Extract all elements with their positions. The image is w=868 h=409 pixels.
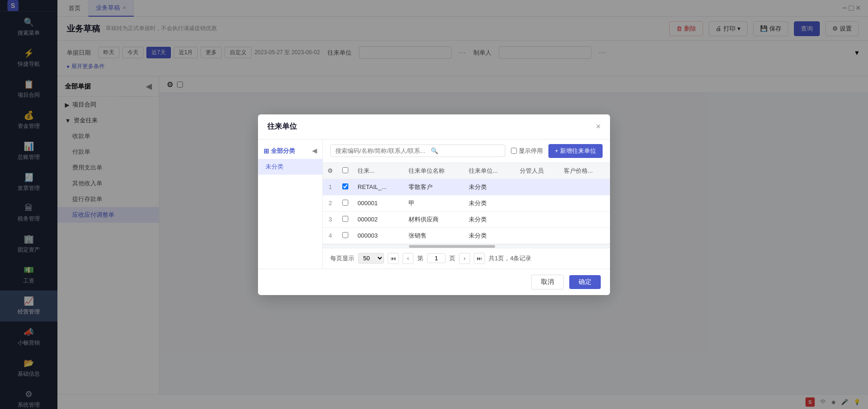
- first-page-button[interactable]: ⏮: [388, 253, 399, 264]
- modal-table: ⚙ 往来... 往来单位名称 往来单位... 分管人员 客户价格...: [323, 163, 610, 244]
- row-code: 000001: [353, 195, 404, 211]
- row-manager: [515, 179, 560, 195]
- modal-search-bar: 🔍 显示停用 + 新增往来单位: [323, 139, 610, 163]
- modal-pagination: 每页显示 50 100 200 ⏮ ‹ 第 页 › ⏭ 共1页，4条记录: [323, 248, 610, 269]
- row-num: 1: [323, 179, 338, 195]
- table-row[interactable]: 1 RETAIL_... 零散客户 未分类: [323, 179, 610, 195]
- next-page-button[interactable]: ›: [459, 253, 470, 264]
- show-disabled-checkbox[interactable]: [511, 148, 517, 154]
- modal-close-button[interactable]: ×: [596, 122, 601, 132]
- modal-tree-unclassified[interactable]: 未分类: [258, 159, 322, 175]
- row-code: 000002: [353, 211, 404, 227]
- row-code: RETAIL_...: [353, 179, 404, 195]
- partner-modal: 往来单位 × ⊞ 全部分类 ◀ 未分类: [258, 114, 610, 295]
- modal-title: 往来单位: [267, 122, 297, 132]
- modal-search-input[interactable]: [335, 147, 428, 154]
- scrollbar-thumb: [409, 245, 495, 248]
- modal-search-field-wrapper: 🔍: [330, 145, 505, 157]
- row-checkbox-3[interactable]: [342, 216, 348, 222]
- col-manager: 分管人员: [515, 163, 560, 179]
- modal-body: ⊞ 全部分类 ◀ 未分类 🔍 显示停用: [258, 139, 610, 269]
- row-manager: [515, 227, 560, 244]
- page-suffix-label: 页: [449, 254, 455, 263]
- modal-left-panel: ⊞ 全部分类 ◀ 未分类: [258, 139, 323, 269]
- table-header: ⚙ 往来... 往来单位名称 往来单位... 分管人员 客户价格...: [323, 163, 610, 179]
- modal-header: 往来单位 ×: [258, 114, 610, 139]
- row-category: 未分类: [464, 179, 515, 195]
- modal-left-collapse-button[interactable]: ◀: [312, 147, 317, 154]
- row-num: 2: [323, 195, 338, 211]
- col-name: 往来单位名称: [404, 163, 464, 179]
- cancel-button[interactable]: 取消: [531, 275, 564, 289]
- row-num: 4: [323, 227, 338, 244]
- row-price: [559, 195, 610, 211]
- row-checkbox-4[interactable]: [342, 232, 348, 238]
- modal-overlay: 往来单位 × ⊞ 全部分类 ◀ 未分类: [0, 0, 868, 409]
- total-records-label: 共1页，4条记录: [489, 254, 531, 263]
- col-price: 客户价格...: [559, 163, 610, 179]
- page-prefix-label: 第: [417, 254, 423, 263]
- table-row[interactable]: 4 000003 张销售 未分类: [323, 227, 610, 244]
- row-price: [559, 211, 610, 227]
- row-category: 未分类: [464, 227, 515, 244]
- per-page-label: 每页显示: [330, 254, 354, 263]
- row-checkbox-cell: [338, 195, 353, 211]
- show-disabled-checkbox-area: 显示停用: [511, 147, 543, 155]
- confirm-button[interactable]: 确定: [569, 275, 601, 289]
- col-code: 往来...: [353, 163, 404, 179]
- show-disabled-label: 显示停用: [519, 147, 543, 155]
- modal-footer: 取消 确定: [258, 269, 610, 295]
- table-header-row: ⚙ 往来... 往来单位名称 往来单位... 分管人员 客户价格...: [323, 163, 610, 179]
- col-checkbox: [338, 163, 353, 179]
- table-body: 1 RETAIL_... 零散客户 未分类 2: [323, 179, 610, 244]
- modal-right-panel: 🔍 显示停用 + 新增往来单位 ⚙: [323, 139, 610, 269]
- table-row[interactable]: 2 000001 甲 未分类: [323, 195, 610, 211]
- row-price: [559, 227, 610, 244]
- row-num: 3: [323, 211, 338, 227]
- row-checkbox-2[interactable]: [342, 200, 348, 206]
- row-checkbox-1[interactable]: [342, 183, 348, 189]
- row-category: 未分类: [464, 195, 515, 211]
- row-checkbox-cell: [338, 211, 353, 227]
- table-select-all[interactable]: [342, 167, 348, 173]
- last-page-button[interactable]: ⏭: [474, 253, 485, 264]
- row-name: 零散客户: [404, 179, 464, 195]
- page-number-input[interactable]: [427, 253, 446, 263]
- row-category: 未分类: [464, 211, 515, 227]
- row-name: 甲: [404, 195, 464, 211]
- row-code: 000003: [353, 227, 404, 244]
- search-icon: 🔍: [431, 147, 438, 154]
- col-settings: ⚙: [323, 163, 338, 179]
- modal-tree-item-label: 未分类: [265, 163, 283, 170]
- row-manager: [515, 211, 560, 227]
- row-checkbox-cell: [338, 227, 353, 244]
- add-partner-button[interactable]: + 新增往来单位: [548, 144, 603, 158]
- row-name: 材料供应商: [404, 211, 464, 227]
- row-name: 张销售: [404, 227, 464, 244]
- partner-table: ⚙ 往来... 往来单位名称 往来单位... 分管人员 客户价格...: [323, 163, 610, 244]
- modal-category-label: 全部分类: [271, 147, 295, 155]
- col-category: 往来单位...: [464, 163, 515, 179]
- modal-horizontal-scrollbar[interactable]: [323, 244, 610, 248]
- per-page-select[interactable]: 50 100 200: [358, 253, 384, 264]
- grid-icon: ⊞: [264, 147, 269, 155]
- table-row[interactable]: 3 000002 材料供应商 未分类: [323, 211, 610, 227]
- prev-page-button[interactable]: ‹: [403, 253, 414, 264]
- row-checkbox-cell: [338, 179, 353, 195]
- row-price: [559, 179, 610, 195]
- row-manager: [515, 195, 560, 211]
- modal-left-header: ⊞ 全部分类 ◀: [258, 143, 322, 159]
